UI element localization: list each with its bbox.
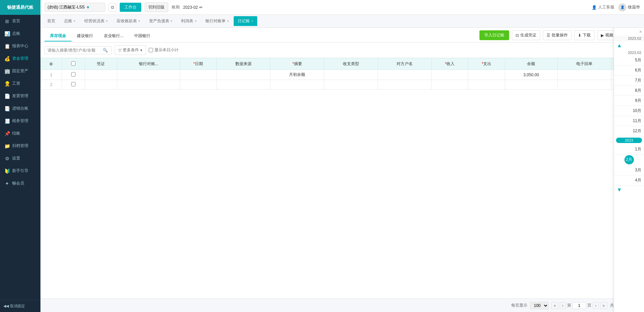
- show-daily-checkbox[interactable]: [149, 48, 153, 52]
- tab-close-balance[interactable]: ×: [171, 19, 173, 23]
- customer-service-button[interactable]: 👤 人工客服: [592, 4, 614, 10]
- gen-voucher-icon: ⊡: [516, 33, 519, 38]
- tab-close-journal[interactable]: ×: [251, 19, 253, 23]
- sidebar-item-close[interactable]: 📌 结账: [0, 127, 40, 140]
- batch-op-button[interactable]: ☰ 批量操作: [543, 30, 572, 40]
- sidebar-item-sales[interactable]: 📑 进销台账: [0, 102, 40, 115]
- vip-icon: ✦: [4, 181, 10, 186]
- sidebar-item-guide[interactable]: 🔰 新手引导: [0, 165, 40, 177]
- search-input[interactable]: [48, 48, 101, 53]
- cell-check[interactable]: [62, 80, 85, 90]
- sidebar-item-label: 总账: [12, 31, 20, 36]
- page-prev-button[interactable]: ‹: [560, 302, 566, 309]
- finance-icon: 💰: [4, 56, 10, 61]
- sidebar-item-settings[interactable]: ⚙ 设置: [0, 152, 40, 165]
- month-9[interactable]: 9月: [614, 96, 644, 106]
- sidebar-item-finance[interactable]: 💰 资金管理: [0, 52, 40, 65]
- sidebar-item-tax[interactable]: 🧾 税务管理: [0, 115, 40, 127]
- select-all-checkbox[interactable]: [71, 61, 76, 66]
- period-value[interactable]: 2023-02 ✏: [183, 5, 203, 10]
- company-selector[interactable]: (勿动) 江西融宝-LSS ▼: [45, 3, 105, 12]
- cell-row-num: 2: [41, 80, 62, 90]
- content-area: 库存现金 建设银行 农业银行... 中国银行 导入日记账 ⊡ 生成凭证 ☰ 批量…: [40, 28, 644, 312]
- sidebar-item-payroll[interactable]: 👷 工资: [0, 77, 40, 90]
- sidebar-item-vip[interactable]: ✦ 畅会员: [0, 177, 40, 190]
- month-11[interactable]: 11月: [614, 116, 644, 126]
- unpin-sidebar[interactable]: ◀◀ 取消固定: [0, 300, 40, 312]
- month-6[interactable]: 6月: [614, 65, 644, 76]
- pin-icon: ◀◀: [3, 304, 9, 308]
- search-icon[interactable]: 🔍: [103, 48, 108, 53]
- page-size-select[interactable]: 100 50 200: [530, 302, 549, 309]
- tab-close-profit[interactable]: ×: [195, 19, 197, 23]
- tab-close-receivable[interactable]: ×: [138, 19, 140, 23]
- cell-balance: 3,050.00: [505, 70, 557, 80]
- sidebar-item-archive[interactable]: 📁 归档管理: [0, 140, 40, 152]
- sidebar-item-assets[interactable]: 🏢 固定资产: [0, 65, 40, 77]
- copy-company-button[interactable]: ⧉: [109, 3, 116, 12]
- month-4[interactable]: 4月: [614, 175, 644, 186]
- import-journal-button[interactable]: 导入日记账: [479, 30, 509, 40]
- download-button[interactable]: ⬇ 下载: [574, 30, 594, 40]
- subtab-china-bank[interactable]: 中国银行: [129, 31, 156, 41]
- month-5[interactable]: 5月: [614, 55, 644, 65]
- tab-receivable[interactable]: 应收账款表 ×: [113, 16, 144, 26]
- row-checkbox[interactable]: [71, 72, 76, 77]
- tab-ledger[interactable]: 总账 ×: [60, 16, 80, 26]
- page-first-button[interactable]: «: [551, 302, 558, 309]
- col-income: *收入: [432, 58, 468, 70]
- month-10[interactable]: 10月: [614, 106, 644, 116]
- workbench-button[interactable]: 工作台: [120, 3, 141, 12]
- search-box[interactable]: 🔍: [45, 46, 112, 54]
- close-date-panel-button[interactable]: ×: [639, 29, 642, 34]
- user-menu[interactable]: 👤 徐温华: [618, 3, 640, 11]
- sidebar-item-invoice[interactable]: 📄 发票管理: [0, 90, 40, 102]
- page-last-button[interactable]: »: [600, 302, 607, 309]
- tab-profit[interactable]: 利润表 ×: [177, 16, 201, 26]
- date-nav-up[interactable]: ▲: [616, 42, 623, 49]
- tab-home[interactable]: 首页: [43, 16, 59, 26]
- sidebar-item-home[interactable]: ⊞ 首页: [0, 15, 40, 27]
- tab-close-ledger[interactable]: ×: [74, 19, 76, 23]
- cell-counterpart: [378, 80, 431, 90]
- close-books-icon: 📌: [4, 131, 10, 136]
- avatar: 👤: [618, 3, 626, 11]
- old-version-button[interactable]: 切到旧版: [145, 2, 168, 12]
- filter-button[interactable]: ▽ 更多条件 ▾: [115, 45, 146, 55]
- month-2-active[interactable]: 2月: [624, 155, 634, 165]
- sidebar-item-ledger[interactable]: 📊 总账: [0, 27, 40, 40]
- show-daily-label[interactable]: 显示本日小计: [149, 47, 179, 53]
- year-2023-label: 2023: [616, 138, 642, 143]
- page-next-button[interactable]: ›: [593, 302, 599, 309]
- cell-voucher: [85, 70, 117, 80]
- month-7[interactable]: 7月: [614, 76, 644, 86]
- month-3[interactable]: 3月: [614, 165, 644, 175]
- subtab-construction-bank[interactable]: 建设银行: [71, 31, 98, 41]
- subtab-bar: 库存现金 建设银行 农业银行... 中国银行 导入日记账 ⊡ 生成凭证 ☰ 批量…: [40, 28, 644, 42]
- cell-check[interactable]: [62, 70, 85, 80]
- subtab-cash[interactable]: 库存现金: [45, 31, 71, 41]
- sidebar-item-label: 新手引导: [12, 168, 28, 174]
- month-8[interactable]: 8月: [614, 86, 644, 96]
- tab-journal[interactable]: 日记账 ×: [234, 16, 257, 26]
- tab-balance-sheet[interactable]: 资产负债表 ×: [145, 16, 177, 26]
- tab-close-bank[interactable]: ×: [227, 19, 229, 23]
- tab-business[interactable]: 经营状况表 ×: [80, 16, 112, 26]
- table-row: 1 月初余额 3,050.00: [41, 70, 644, 80]
- subtab-agri-bank[interactable]: 农业银行...: [98, 31, 129, 41]
- tab-close-business[interactable]: ×: [106, 19, 108, 23]
- sidebar-item-label: 工资: [12, 81, 20, 86]
- sidebar-item-reports[interactable]: 📋 报表中心: [0, 40, 40, 52]
- page-input[interactable]: [573, 302, 586, 309]
- col-settings[interactable]: ⚙: [41, 58, 62, 70]
- gen-voucher-button[interactable]: ⊡ 生成凭证: [512, 30, 540, 40]
- date-nav-down[interactable]: ▼: [616, 186, 623, 194]
- invoice-icon: 📄: [4, 93, 10, 99]
- col-check[interactable]: [62, 58, 85, 70]
- month-1[interactable]: 1月: [614, 144, 644, 154]
- search-toolbar: 🔍 ▽ 更多条件 ▾ 显示本日小计 拓称： 人民币: [40, 42, 644, 58]
- row-checkbox[interactable]: [71, 82, 76, 86]
- tab-bank-statement[interactable]: 银行对账单 ×: [201, 16, 233, 26]
- sidebar-item-label: 资金管理: [12, 56, 28, 61]
- month-12[interactable]: 12月: [614, 126, 644, 136]
